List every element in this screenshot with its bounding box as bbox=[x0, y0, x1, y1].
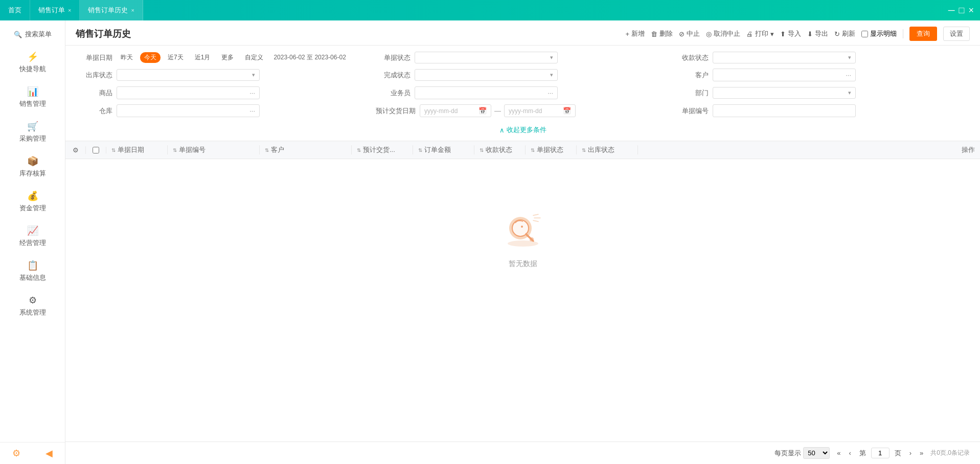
window-controls: ─ □ × bbox=[942, 0, 980, 20]
filter-row-4: 仓库 ··· 预计交货日期 yyyy-mm-dd 📅 — yyyy-mm-dd … bbox=[76, 104, 970, 117]
sidebar-item-system[interactable]: ⚙ 系统管理 bbox=[0, 290, 65, 322]
display-toggle[interactable]: 显示明细 bbox=[861, 29, 897, 38]
per-page-label: 每页显示 bbox=[774, 449, 801, 458]
tab-sales-order-close[interactable]: × bbox=[68, 7, 71, 13]
page-number-input[interactable] bbox=[871, 448, 890, 458]
stop-button[interactable]: ⊘ 中止 bbox=[679, 29, 700, 38]
customer-input[interactable]: ··· bbox=[713, 69, 856, 81]
export-button[interactable]: ⬇ 导出 bbox=[807, 29, 828, 38]
next-page-button[interactable]: › bbox=[906, 448, 915, 458]
sidebar-collapse-icon[interactable]: ◀ bbox=[45, 448, 53, 459]
last-page-button[interactable]: » bbox=[917, 448, 926, 458]
sidebar-item-finance[interactable]: 💰 资金管理 bbox=[0, 185, 65, 218]
col-settings[interactable]: ⚙ bbox=[65, 146, 86, 154]
date-1month[interactable]: 近1月 bbox=[191, 52, 215, 63]
sidebar-item-sales[interactable]: 📊 销售管理 bbox=[0, 81, 65, 114]
filter-group-outbound: 出库状态 ▾ bbox=[76, 69, 374, 81]
warehouse-ellipsis-icon: ··· bbox=[249, 107, 255, 115]
tab-sales-order[interactable]: 销售订单 × bbox=[30, 0, 80, 20]
col-amount: ⇅ 订单金额 bbox=[413, 145, 474, 154]
sidebar-item-system-label: 系统管理 bbox=[19, 308, 46, 317]
date-today[interactable]: 今天 bbox=[140, 52, 161, 63]
delivery-date-start[interactable]: yyyy-mm-dd 📅 bbox=[420, 104, 491, 117]
minimize-icon[interactable]: ─ bbox=[948, 5, 955, 16]
quick-nav-icon: ⚡ bbox=[27, 51, 38, 62]
sidebar-item-operations[interactable]: 📈 经营管理 bbox=[0, 220, 65, 253]
tab-sales-order-label: 销售订单 bbox=[38, 6, 65, 15]
search-icon: 🔍 bbox=[14, 31, 22, 38]
delivery-date-end-calendar-icon: 📅 bbox=[563, 107, 571, 115]
filter-group-docno: 单据编号 bbox=[672, 104, 970, 117]
collapse-up-icon: ∧ bbox=[499, 126, 505, 134]
first-page-button[interactable]: « bbox=[834, 448, 844, 458]
cancel-stop-button[interactable]: ◎ 取消中止 bbox=[706, 29, 740, 38]
tab-home[interactable]: 首页 bbox=[0, 0, 30, 20]
complete-status-select[interactable]: ▾ bbox=[415, 69, 558, 81]
sidebar-item-basic-info[interactable]: 📋 基础信息 bbox=[0, 255, 65, 288]
col-docstatus: ⇅ 单据状态 bbox=[526, 145, 577, 154]
customer-label: 客户 bbox=[672, 71, 713, 80]
add-button[interactable]: + 新增 bbox=[625, 29, 645, 38]
filter-group-warehouse: 仓库 ··· bbox=[76, 104, 374, 117]
outbound-status-select[interactable]: ▾ bbox=[117, 69, 260, 81]
filter-row-3: 商品 ··· 业务员 ··· 部门 ▾ bbox=[76, 86, 970, 99]
main-layout: 🔍 搜索菜单 ⚡ 快捷导航 📊 销售管理 🛒 采购管理 📦 库存核算 💰 资金管… bbox=[0, 20, 980, 464]
toolbar: + 新增 🗑 删除 ⊘ 中止 ◎ 取消中止 🖨 打印 bbox=[625, 27, 970, 41]
import-icon: ⬆ bbox=[780, 30, 786, 38]
col-customer-label: 客户 bbox=[271, 145, 284, 154]
select-all-checkbox[interactable] bbox=[93, 147, 99, 153]
prev-page-button[interactable]: ‹ bbox=[846, 448, 854, 458]
sidebar-item-inventory[interactable]: 📦 库存核算 bbox=[0, 150, 65, 183]
warehouse-input[interactable]: ··· bbox=[117, 104, 260, 117]
close-window-icon[interactable]: × bbox=[968, 5, 974, 16]
sort-docno-icon: ⇅ bbox=[173, 147, 177, 153]
svg-line-10 bbox=[533, 220, 538, 222]
sort-asc-icon: ⇅ bbox=[111, 147, 116, 153]
date-7days[interactable]: 近7天 bbox=[164, 52, 188, 63]
date-range-value: 2023-06-02 至 2023-06-02 bbox=[274, 53, 346, 62]
col-checkbox[interactable] bbox=[86, 147, 106, 153]
display-toggle-checkbox[interactable] bbox=[861, 31, 868, 37]
sidebar-search-label: 搜索菜单 bbox=[25, 30, 52, 39]
payment-status-arrow-icon: ▾ bbox=[848, 54, 851, 61]
tab-sales-order-history-close[interactable]: × bbox=[131, 7, 134, 13]
refresh-button[interactable]: ↻ 刷新 bbox=[834, 29, 855, 38]
col-amount-label: 订单金额 bbox=[424, 145, 451, 154]
date-custom[interactable]: 自定义 bbox=[241, 52, 267, 63]
doc-status-label: 单据状态 bbox=[374, 53, 415, 62]
query-button[interactable]: 查询 bbox=[909, 27, 937, 41]
doc-status-select[interactable]: ▾ bbox=[415, 52, 558, 63]
doc-number-input[interactable] bbox=[713, 104, 856, 117]
sidebar-search[interactable]: 🔍 搜索菜单 bbox=[0, 25, 65, 44]
delivery-date-end[interactable]: yyyy-mm-dd 📅 bbox=[504, 104, 576, 117]
collapse-button[interactable]: ∧ 收起更多条件 bbox=[76, 122, 970, 135]
date-more[interactable]: 更多 bbox=[217, 52, 238, 63]
sidebar-settings-icon[interactable]: ⚙ bbox=[12, 448, 20, 459]
svg-line-8 bbox=[533, 214, 538, 215]
print-label: 打印 bbox=[755, 29, 768, 38]
import-button[interactable]: ⬆ 导入 bbox=[780, 29, 801, 38]
col-docno-label: 单据编号 bbox=[179, 145, 206, 154]
payment-status-select[interactable]: ▾ bbox=[713, 52, 856, 63]
sidebar-item-quick-nav[interactable]: ⚡ 快捷导航 bbox=[0, 46, 65, 79]
settings-button[interactable]: 设置 bbox=[943, 27, 970, 41]
print-button[interactable]: 🖨 打印 ▾ bbox=[746, 29, 774, 38]
delivery-date-start-calendar-icon: 📅 bbox=[478, 107, 487, 115]
delete-button[interactable]: 🗑 删除 bbox=[651, 29, 673, 38]
print-icon: 🖨 bbox=[746, 30, 753, 38]
salesperson-input[interactable]: ··· bbox=[415, 86, 558, 99]
toolbar-divider bbox=[903, 29, 903, 38]
tab-sales-order-history-label: 销售订单历史 bbox=[88, 6, 128, 15]
sort-delivery-icon: ⇅ bbox=[357, 147, 361, 153]
filter-group-payment: 收款状态 ▾ bbox=[672, 52, 970, 63]
maximize-icon[interactable]: □ bbox=[959, 5, 965, 16]
date-range-dash: — bbox=[491, 107, 504, 115]
delete-icon: 🗑 bbox=[651, 30, 657, 38]
date-yesterday[interactable]: 昨天 bbox=[117, 52, 137, 63]
delivery-date-start-placeholder: yyyy-mm-dd bbox=[424, 107, 458, 115]
tab-sales-order-history[interactable]: 销售订单历史 × bbox=[80, 0, 143, 20]
sidebar-item-purchase[interactable]: 🛒 采购管理 bbox=[0, 116, 65, 148]
goods-input[interactable]: ··· bbox=[117, 86, 260, 99]
dept-select[interactable]: ▾ bbox=[713, 87, 856, 99]
per-page-select[interactable]: 50 100 200 bbox=[803, 447, 830, 459]
